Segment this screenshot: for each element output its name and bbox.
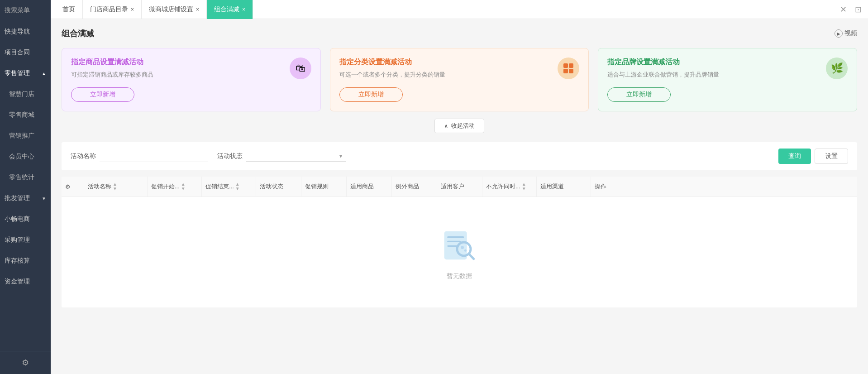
sidebar-item-label: 零售管理: [5, 69, 30, 77]
th-applicable-channel: 适用渠道: [537, 177, 591, 197]
sidebar-item-label: 零售商城: [9, 111, 34, 119]
th-activity-status-label: 活动状态: [260, 182, 283, 191]
table-wrapper: ⚙ 活动名称 ▲▼ 促销开始... ▲▼ 促销结束... ▲▼ 活动状态: [62, 177, 857, 307]
filter-activity-status: 活动状态 ▾: [217, 151, 346, 162]
th-applicable-channel-label: 适用渠道: [540, 182, 564, 191]
sidebar-item-label: 零售统计: [9, 173, 34, 182]
page-header: 组合满减 ▶ 视频: [62, 28, 857, 39]
sidebar-bottom: ⚙: [0, 351, 51, 374]
svg-rect-2: [563, 69, 568, 73]
th-exception-goods: 例外商品: [392, 177, 437, 197]
card-product-desc: 可指定滞销商品或库存较多商品: [71, 71, 311, 79]
cards-row: 🛍 指定商品设置满减活动 可指定滞销商品或库存较多商品 立即新增: [62, 48, 857, 111]
tab-bar: 首页 门店商品目录 × 微商城店铺设置 × 组合满减 × ✕ ⊡: [51, 0, 868, 19]
th-promo-start[interactable]: 促销开始... ▲▼: [148, 177, 202, 197]
th-applicable-customer: 适用客户: [437, 177, 482, 197]
sort-icon: ▲▼: [181, 182, 186, 191]
th-promo-end-label: 促销结束...: [205, 182, 234, 191]
content-area: 组合满减 ▶ 视频 🛍 指定商品设置满减活动 可指定滞销商品或库存较多商品 立即…: [51, 19, 868, 374]
filter-row: 活动名称 活动状态 ▾ 查询 设置: [62, 142, 857, 170]
sidebar-item-label: 采购管理: [5, 236, 30, 244]
svg-line-9: [469, 254, 474, 259]
th-promo-start-label: 促销开始...: [151, 182, 180, 191]
sidebar-item-retail-manage[interactable]: 零售管理 ▲: [0, 63, 51, 84]
svg-point-11: [464, 249, 467, 252]
chevron-up-icon: ∧: [444, 123, 448, 129]
tab-combo-discount-close[interactable]: ×: [242, 6, 245, 13]
chevron-down-icon: ▼: [42, 196, 46, 201]
settings-button[interactable]: 设置: [815, 149, 848, 164]
tab-combo-discount-label: 组合满减: [214, 5, 239, 14]
sidebar-item-label: 资金管理: [5, 278, 30, 286]
th-applicable-customer-label: 适用客户: [441, 182, 464, 191]
empty-text: 暂无数据: [447, 272, 472, 280]
tab-wechat-store[interactable]: 微商城店铺设置 ×: [142, 0, 207, 19]
th-activity-name[interactable]: 活动名称 ▲▼: [84, 177, 148, 197]
card-brand: 🌿 指定品牌设置满减活动 适合与上游企业联合做营销，提升品牌销量 立即新增: [598, 48, 857, 111]
th-not-allow-concurrent[interactable]: 不允许同时... ▲▼: [482, 177, 537, 197]
th-not-allow-concurrent-label: 不允许同时...: [486, 182, 520, 191]
activity-status-select[interactable]: ▾: [246, 151, 346, 162]
sidebar-item-project-contract[interactable]: 项目合同: [0, 42, 51, 63]
settings-icon[interactable]: ⚙: [22, 358, 29, 368]
th-applicable-goods: 适用商品: [347, 177, 392, 197]
sidebar-item-xiao-chang[interactable]: 小畅电商: [0, 209, 51, 230]
sidebar-item-purchase-manage[interactable]: 采购管理: [0, 230, 51, 250]
sidebar-item-label: 库存核算: [5, 257, 30, 265]
svg-point-10: [461, 246, 464, 249]
sidebar-item-retail-stats[interactable]: 零售统计: [0, 167, 51, 188]
sidebar-item-retail-mall[interactable]: 零售商城: [0, 105, 51, 125]
table-header: ⚙ 活动名称 ▲▼ 促销开始... ▲▼ 促销结束... ▲▼ 活动状态: [62, 177, 857, 197]
sidebar-item-member-center[interactable]: 会员中心: [0, 146, 51, 167]
th-settings[interactable]: ⚙: [62, 177, 84, 197]
card-category: 指定分类设置满减活动 可选一个或者多个分类，提升分类的销量 立即新增: [330, 48, 589, 111]
card-product-icon: 🛍: [290, 58, 311, 79]
filter-activity-name: 活动名称: [71, 151, 208, 162]
card-product-add-button[interactable]: 立即新增: [71, 87, 134, 102]
collapse-activities-button[interactable]: ∧ 收起活动: [434, 119, 484, 133]
svg-rect-3: [569, 69, 573, 73]
card-brand-icon: 🌿: [826, 58, 848, 79]
play-icon: ▶: [835, 29, 843, 38]
tab-combo-discount[interactable]: 组合满减 ×: [207, 0, 253, 19]
tab-actions: ✕ ⊡: [838, 3, 863, 16]
window-maximize-button[interactable]: ⊡: [853, 3, 863, 16]
sidebar-item-label: 小畅电商: [5, 215, 30, 223]
sidebar-item-quick-nav[interactable]: 快捷导航: [0, 21, 51, 42]
svg-rect-1: [569, 63, 573, 68]
sidebar-item-label: 会员中心: [9, 153, 34, 161]
card-category-add-button[interactable]: 立即新增: [339, 87, 403, 102]
th-promo-rule-label: 促销规则: [305, 182, 329, 191]
sidebar-item-inventory-check[interactable]: 库存核算: [0, 250, 51, 271]
sidebar-item-marketing[interactable]: 营销推广: [0, 125, 51, 146]
activity-name-input[interactable]: [100, 151, 208, 162]
card-brand-title: 指定品牌设置满减活动: [607, 58, 848, 67]
sidebar-item-finance-manage[interactable]: 资金管理: [0, 271, 51, 292]
video-link[interactable]: ▶ 视频: [835, 29, 857, 38]
collapse-row: ∧ 收起活动: [62, 119, 857, 133]
svg-rect-0: [563, 63, 568, 68]
th-activity-status: 活动状态: [256, 177, 301, 197]
video-label: 视频: [844, 29, 857, 38]
sidebar-item-smart-store[interactable]: 智慧门店: [0, 84, 51, 105]
th-operations-label: 操作: [595, 182, 606, 191]
sidebar-item-wholesale-manage[interactable]: 批发管理 ▼: [0, 188, 51, 209]
card-brand-add-button[interactable]: 立即新增: [607, 87, 671, 102]
th-promo-end[interactable]: 促销结束... ▲▼: [202, 177, 256, 197]
settings-gear-icon: ⚙: [65, 183, 71, 190]
tab-home[interactable]: 首页: [55, 0, 83, 19]
th-activity-name-label: 活动名称: [88, 182, 111, 191]
card-category-icon: [558, 58, 579, 79]
tab-store-catalog[interactable]: 门店商品目录 ×: [83, 0, 142, 19]
tab-wechat-store-label: 微商城店铺设置: [149, 5, 193, 14]
chevron-up-icon: ▲: [42, 71, 46, 76]
card-product-title: 指定商品设置满减活动: [71, 58, 311, 67]
sort-icon: ▲▼: [113, 182, 117, 191]
tab-store-catalog-close[interactable]: ×: [131, 6, 134, 13]
query-button[interactable]: 查询: [778, 149, 811, 164]
window-close-button[interactable]: ✕: [838, 3, 849, 16]
tab-wechat-store-close[interactable]: ×: [196, 6, 199, 13]
main-area: 首页 门店商品目录 × 微商城店铺设置 × 组合满减 × ✕ ⊡ 组合满减 ▶ …: [51, 0, 868, 374]
sidebar-search[interactable]: 搜索菜单: [0, 0, 51, 21]
activity-status-label: 活动状态: [217, 152, 243, 160]
